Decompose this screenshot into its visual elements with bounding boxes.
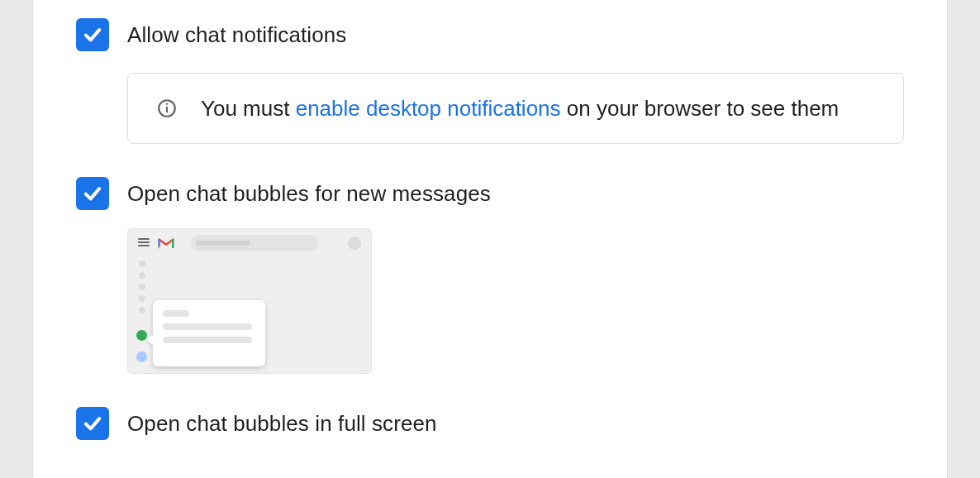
option-label: Allow chat notifications: [127, 22, 346, 48]
settings-card: Allow chat notifications You must enable…: [32, 0, 948, 478]
info-text-suffix: on your browser to see them: [561, 96, 840, 121]
gmail-logo-icon: [158, 237, 174, 250]
info-text-prefix: You must: [201, 96, 296, 121]
svg-rect-1: [166, 107, 168, 113]
desktop-notifications-info: You must enable desktop notifications on…: [127, 73, 904, 144]
option-open-chat-bubbles-full: Open chat bubbles in full screen: [76, 407, 904, 440]
checkbox-allow-chat-notifications[interactable]: [76, 18, 109, 51]
info-text: You must enable desktop notifications on…: [201, 92, 839, 125]
check-icon: [81, 23, 104, 46]
checkbox-open-chat-bubbles-new[interactable]: [76, 177, 109, 210]
check-icon: [81, 182, 104, 205]
option-label: Open chat bubbles in full screen: [127, 411, 437, 437]
info-icon: [156, 98, 178, 119]
checkbox-open-chat-bubbles-full[interactable]: [76, 407, 109, 440]
option-label: Open chat bubbles for new messages: [127, 181, 491, 207]
option-allow-chat-notifications: Allow chat notifications: [76, 18, 904, 51]
svg-rect-2: [166, 103, 168, 105]
check-icon: [81, 412, 104, 435]
option-open-chat-bubbles-new: Open chat bubbles for new messages: [76, 177, 904, 210]
chat-bubble-illustration: [127, 228, 372, 374]
hamburger-icon: [138, 241, 150, 243]
enable-desktop-notifications-link[interactable]: enable desktop notifications: [296, 96, 561, 121]
